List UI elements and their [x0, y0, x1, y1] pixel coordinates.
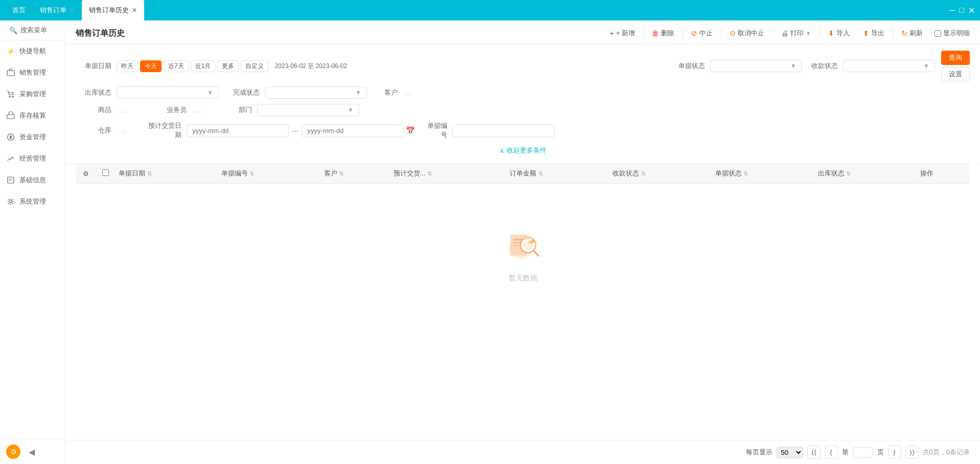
basic-info-icon: [6, 175, 15, 185]
th-payment-status[interactable]: 收款状态 ⇅: [608, 164, 711, 184]
import-button[interactable]: ⬇ 导入: [823, 27, 855, 40]
sort-outbound-icon: ⇅: [846, 170, 851, 176]
cancel-stop-button[interactable]: ⊙ 取消中止: [724, 27, 769, 40]
warehouse-select-btn[interactable]: ...: [119, 126, 125, 135]
user-settings-icon[interactable]: ⚙: [6, 445, 20, 459]
per-page-select[interactable]: 50 100 200: [777, 447, 803, 458]
svg-point-16: [532, 239, 535, 242]
next-page-button[interactable]: ⟩: [888, 446, 901, 459]
goods-select-btn[interactable]: ...: [119, 105, 125, 115]
sidebar-item-system-mgmt[interactable]: 系统管理: [0, 191, 65, 212]
show-details-checkbox[interactable]: 显示明细: [935, 29, 970, 38]
show-details-input[interactable]: [935, 30, 941, 37]
warehouse-label: 仓库: [76, 126, 117, 135]
minimize-button[interactable]: ─: [949, 6, 955, 15]
salesperson-select-btn[interactable]: ...: [194, 105, 200, 115]
th-customer[interactable]: 客户 ⇅: [320, 164, 390, 184]
date-btn-custom[interactable]: 自定义: [241, 60, 268, 72]
order-status-select[interactable]: ▼: [710, 60, 802, 72]
sidebar-item-sales-mgmt[interactable]: 销售管理: [0, 62, 65, 83]
print-button[interactable]: 🖨 打印 ▼: [776, 27, 816, 40]
sidebar: 🔍 搜索菜单 ⚡ 快捷导航 销售管理 采购管理 库存核算: [0, 20, 65, 464]
prev-page-button[interactable]: ⟨: [825, 446, 838, 459]
sidebar-item-operations[interactable]: 经营管理: [0, 148, 65, 169]
sort-delivery-icon: ⇅: [427, 170, 432, 176]
export-button[interactable]: ⬆ 导出: [858, 27, 890, 40]
sort-date-icon: ⇅: [147, 170, 152, 176]
collapse-up-icon: ∧: [499, 147, 505, 154]
maximize-button[interactable]: □: [959, 6, 964, 15]
sidebar-item-inventory[interactable]: 库存核算: [0, 105, 65, 126]
department-select[interactable]: ▼: [257, 104, 359, 116]
th-expected-delivery[interactable]: 预计交货... ⇅: [390, 164, 506, 184]
toolbar: + + 新增 🗑 删除 ⊘ 中止 ⊙ 取消中止: [605, 27, 970, 40]
purchase-icon: [6, 90, 15, 99]
department-arrow: ▼: [348, 106, 354, 114]
customer-label: 客户: [377, 88, 403, 97]
new-icon: +: [610, 29, 614, 37]
th-check[interactable]: [96, 164, 115, 184]
sidebar-item-purchase-mgmt[interactable]: 采购管理: [0, 83, 65, 105]
close-tab-sales-order[interactable]: ✕: [70, 7, 75, 14]
customer-select-btn[interactable]: ...: [405, 88, 412, 97]
search-icon: 🔍: [9, 27, 17, 34]
tab-sales-order-history[interactable]: 销售订单历史 ✕: [82, 0, 144, 20]
close-tab-sales-order-history[interactable]: ✕: [132, 7, 137, 14]
th-settings[interactable]: ⚙: [76, 164, 96, 184]
date-btn-today[interactable]: 今天: [140, 60, 162, 72]
sort-customer-icon: ⇅: [339, 170, 344, 176]
refresh-button[interactable]: ↻ 刷新: [896, 27, 928, 40]
divider-3: [721, 29, 721, 38]
current-page-input[interactable]: 1: [853, 447, 873, 458]
tab-sales-order[interactable]: 销售订单 ✕: [33, 0, 82, 20]
date-btn-7days[interactable]: 近7天: [164, 60, 189, 72]
sort-order-status-icon: ⇅: [743, 170, 748, 176]
th-amount[interactable]: 订单金额 ⇅: [506, 164, 608, 184]
department-label: 部门: [232, 105, 257, 115]
payment-status-arrow: ▼: [923, 62, 929, 70]
page-label-prefix: 第: [842, 448, 849, 457]
th-date[interactable]: 单据日期 ⇅: [115, 164, 217, 184]
delete-button[interactable]: 🗑 删除: [647, 27, 679, 40]
date-separator: —: [292, 127, 299, 135]
calendar-icon-1[interactable]: 📅: [406, 126, 415, 135]
collapse-button[interactable]: ∧ 收起更多条件: [76, 144, 970, 157]
outbound-status-select[interactable]: ▼: [117, 86, 219, 99]
data-table: ⚙ 单据日期 ⇅ 单据编号 ⇅ 客户 ⇅ 预计交货... ⇅ 订单金额 ⇅ 收款…: [76, 164, 970, 184]
select-all-checkbox[interactable]: [102, 169, 109, 176]
new-button[interactable]: + + 新增: [605, 27, 640, 40]
date-btn-yesterday[interactable]: 昨天: [117, 60, 138, 72]
per-page-label: 每页显示: [746, 448, 772, 457]
settings-button[interactable]: 设置: [941, 67, 970, 81]
th-outbound-status[interactable]: 出库状态 ⇅: [814, 164, 917, 184]
delete-icon: 🗑: [652, 29, 659, 37]
last-page-button[interactable]: ⟩⟩: [905, 446, 919, 459]
expected-delivery-start[interactable]: [187, 124, 289, 137]
first-page-button[interactable]: ⟨⟨: [807, 446, 821, 459]
expected-delivery-end[interactable]: [302, 124, 404, 137]
close-window-button[interactable]: ✕: [968, 6, 975, 15]
empty-state: 暂无数据: [76, 184, 970, 324]
order-number-input[interactable]: [452, 124, 555, 137]
refresh-icon: ↻: [901, 29, 907, 37]
sidebar-item-finance[interactable]: 资金管理: [0, 126, 65, 148]
tab-home[interactable]: 首页: [5, 0, 33, 20]
th-order-status[interactable]: 单据状态 ⇅: [711, 164, 814, 184]
query-button[interactable]: 查询: [941, 51, 970, 65]
divider-4: [772, 29, 773, 38]
date-btn-more[interactable]: 更多: [217, 60, 239, 72]
svg-point-1: [9, 96, 10, 97]
sidebar-item-basic-info[interactable]: 基础信息: [0, 169, 65, 191]
finance-icon: [6, 132, 15, 142]
payment-status-select[interactable]: ▼: [843, 60, 935, 72]
completion-status-select[interactable]: ▼: [265, 86, 367, 99]
sidebar-collapse-icon[interactable]: ◀: [25, 445, 39, 459]
date-btn-1month[interactable]: 近1月: [191, 60, 216, 72]
th-number[interactable]: 单据编号 ⇅: [217, 164, 320, 184]
stop-button[interactable]: ⊘ 中止: [686, 27, 718, 40]
sidebar-search[interactable]: 🔍 搜索菜单: [0, 20, 65, 40]
salesperson-label: 业务员: [156, 105, 192, 115]
date-label: 单据日期: [76, 61, 117, 71]
sidebar-item-quick-nav[interactable]: ⚡ 快捷导航: [0, 40, 65, 62]
sort-number-icon: ⇅: [249, 170, 254, 176]
